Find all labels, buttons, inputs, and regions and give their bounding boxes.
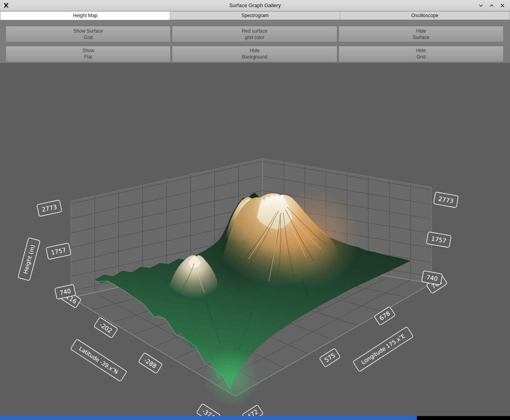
shade-chevron-down-icon[interactable] xyxy=(478,3,484,8)
show-flat-button[interactable]: Show Flat xyxy=(6,46,171,62)
taskbar-end xyxy=(417,416,510,420)
window-title: Surface Graph Gallery xyxy=(0,2,510,8)
button-label: Grid xyxy=(417,54,426,60)
maximize-chevron-up-icon[interactable] xyxy=(489,3,494,8)
show-surface-grid-button[interactable]: Show Surface Grid xyxy=(6,26,171,42)
button-label: grid color xyxy=(245,34,264,41)
taskbar[interactable] xyxy=(0,416,417,420)
button-label: Red surface xyxy=(242,28,268,34)
hide-surface-button[interactable]: Hide Surface xyxy=(339,26,504,42)
longitude-tick: 472 xyxy=(242,405,263,416)
button-label: Grid xyxy=(84,34,93,41)
height-tick-left: 2773 xyxy=(37,200,62,216)
svg-text:Latitude -39.x″N: Latitude -39.x″N xyxy=(78,345,119,375)
titlebar[interactable]: Surface Graph Gallery xyxy=(0,0,510,11)
x11-app-icon xyxy=(3,2,9,8)
button-label: Show Surface xyxy=(73,28,103,34)
button-label: Hide xyxy=(250,47,260,54)
height-tick-right: 2773 xyxy=(434,192,458,208)
tab-height-map[interactable]: Height Map xyxy=(0,11,170,20)
button-label: Flat xyxy=(84,54,92,60)
tab-oscilloscope[interactable]: Oscilloscope xyxy=(340,11,510,20)
toolbar: Show Surface Grid Red surface grid color… xyxy=(0,20,510,63)
tab-spectrogram[interactable]: Spectrogram xyxy=(170,11,340,20)
close-x-icon[interactable] xyxy=(500,3,505,8)
red-surface-grid-color-button[interactable]: Red surface grid color xyxy=(172,26,337,42)
tab-bar: Height Map Spectrogram Oscilloscope xyxy=(0,11,510,20)
app-window: Surface Graph Gallery Height Map Spectro… xyxy=(0,0,510,420)
latitude-tick: -374 xyxy=(197,404,221,416)
button-label: Hide xyxy=(416,47,426,54)
longitude-axis-title: Longitude 175.x″E xyxy=(353,326,413,371)
svg-text:Longitude 175.x″E: Longitude 175.x″E xyxy=(360,333,406,366)
latitude-tick: -288 xyxy=(138,353,163,374)
button-label: Hide xyxy=(416,28,426,34)
height-axis-title: Height (m) xyxy=(18,238,40,281)
button-label: Show xyxy=(82,47,94,54)
latitude-axis-title: Latitude -39.x″N xyxy=(70,339,127,382)
height-tick-left: 1757 xyxy=(46,243,71,259)
longitude-tick: 575 xyxy=(319,348,341,367)
button-label: Surface xyxy=(413,34,429,41)
surface-plot-viewport[interactable]: Height (m) 2773 1757 -116 740 2773 xyxy=(0,63,510,416)
button-label: Background xyxy=(242,54,267,60)
hide-background-button[interactable]: Hide Background xyxy=(172,46,337,62)
hide-grid-button[interactable]: Hide Grid xyxy=(339,46,504,62)
